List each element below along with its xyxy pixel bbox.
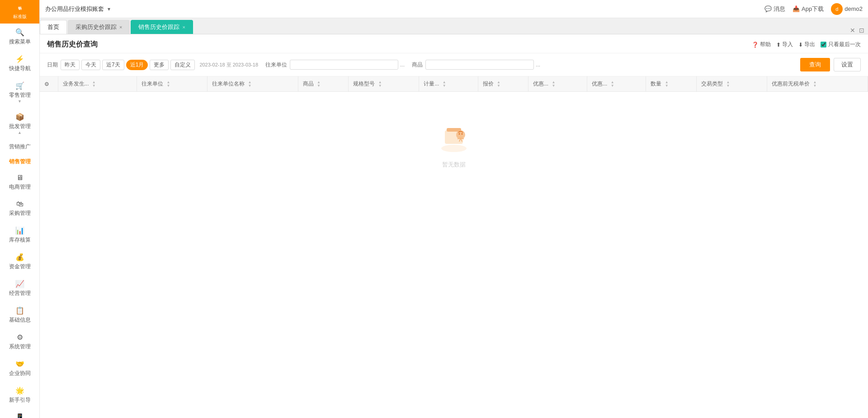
sidebar-item-wholesale[interactable]: 📦 批发管理 ▲: [0, 108, 39, 139]
svg-point-6: [459, 133, 460, 135]
partner-input[interactable]: [290, 60, 398, 70]
enterprise-icon: 🤝: [15, 360, 24, 368]
sidebar-item-ecommerce[interactable]: 🖥 电商管理: [0, 169, 39, 195]
gear-icon[interactable]: ⚙: [44, 81, 49, 87]
col-gear[interactable]: ⚙: [40, 76, 58, 92]
partner-input-ellipsis[interactable]: ...: [400, 62, 405, 68]
sidebar-item-system[interactable]: ⚙ 系统管理: [0, 328, 39, 355]
sort-icon: ▲▼: [497, 81, 500, 88]
date-btn-custom[interactable]: 自定义: [170, 60, 195, 70]
sort-icon: ▲▼: [726, 81, 730, 88]
sidebar-item-label: 库存核算: [9, 236, 31, 244]
table-wrapper: ⚙ 业务发生... ▲▼ 往来单位 ▲▼ 往来单位名称 ▲▼: [40, 76, 868, 418]
empty-text: 暂无数据: [442, 161, 466, 169]
col-biz-date[interactable]: 业务发生... ▲▼: [58, 76, 137, 92]
topbar-title: 办公用品行业模拟账套: [45, 5, 104, 13]
date-btn-more[interactable]: 更多: [150, 60, 169, 70]
goods-input-ellipsis[interactable]: ...: [536, 62, 540, 68]
tab-purchase-history-label: 采购历史价跟踪: [75, 23, 117, 31]
col-discount1[interactable]: 优惠... ▲▼: [528, 76, 587, 92]
goods-input-group: ...: [425, 60, 540, 70]
sidebar-item-search[interactable]: 🔍 搜索菜单: [0, 24, 39, 50]
sidebar-item-operations[interactable]: 📈 经营管理: [0, 275, 39, 302]
col-partner-code[interactable]: 往来单位 ▲▼: [137, 76, 208, 92]
avatar: d: [831, 3, 843, 15]
sidebar-item-shortcut[interactable]: ⚡ 快捷导航: [0, 50, 39, 77]
sidebar-item-inventory[interactable]: 📊 库存核算: [0, 222, 39, 248]
only-last-checkbox[interactable]: [821, 42, 826, 48]
goods-filter-group: 商品 ...: [412, 60, 540, 70]
export-icon: ⬇: [798, 42, 803, 48]
col-unit[interactable]: 计量... ▲▼: [419, 76, 478, 92]
sidebar-item-newbie[interactable]: 🌟 新手引导: [0, 382, 39, 408]
content-header: 销售历史价查询 ❓ 帮助 ⬆ 导入 ⬇ 导出 只看最后一次: [40, 34, 868, 53]
sidebar-item-label: 快捷导航: [9, 65, 31, 72]
date-btn-7days[interactable]: 近7天: [102, 60, 124, 70]
col-quantity[interactable]: 数量 ▲▼: [646, 76, 697, 92]
partner-input-group: ...: [290, 60, 405, 70]
sidebar-item-basic[interactable]: 📋 基础信息: [0, 302, 39, 328]
col-partner-name[interactable]: 往来单位名称 ▲▼: [208, 76, 298, 92]
help-button[interactable]: ❓ 帮助: [752, 41, 771, 48]
sidebar-item-purchase[interactable]: 🛍 采购管理: [0, 195, 39, 222]
tab-sales-history[interactable]: 销售历史价跟踪 ×: [131, 20, 193, 34]
wholesale-icon: 📦: [15, 113, 24, 121]
tab-purchase-history[interactable]: 采购历史价跟踪 ×: [68, 20, 130, 34]
sidebar-item-retail[interactable]: 🛒 零售管理 ▼: [0, 77, 39, 108]
tab-purchase-history-close-icon[interactable]: ×: [119, 24, 122, 30]
sidebar-item-sales[interactable]: 销售管理: [0, 154, 39, 169]
tab-home[interactable]: 首页: [40, 20, 67, 34]
tab-close-all-button[interactable]: ✕: [850, 27, 855, 34]
filter-bar: 日期 昨天 今天 近7天 近1月 更多 自定义 2023-02-18 至 202…: [40, 53, 868, 76]
sidebar-item-enterprise[interactable]: 🤝 企业协同: [0, 355, 39, 382]
date-btn-1month[interactable]: 近1月: [126, 60, 148, 70]
app-download-label: App下载: [802, 5, 824, 13]
col-trade-type[interactable]: 交易类型 ▲▼: [697, 76, 767, 92]
only-last-checkbox-group[interactable]: 只看最后一次: [821, 41, 861, 48]
sidebar-item-label: 经营管理: [9, 290, 31, 297]
export-label: 导出: [804, 41, 815, 48]
sidebar-item-apps[interactable]: 📱 应用中心: [0, 408, 39, 418]
sidebar-item-finance[interactable]: 💰 资金管理: [0, 248, 39, 275]
chevron-down-icon: ▼: [18, 99, 22, 104]
chevron-up-icon: ▲: [18, 130, 22, 135]
query-button[interactable]: 查询: [800, 58, 830, 71]
col-pretax-price[interactable]: 优惠前无税单价 ▲▼: [767, 76, 868, 92]
col-goods[interactable]: 商品 ▲▼: [298, 76, 349, 92]
main-area: 办公用品行业模拟账套 ▾ 💬 消息 📥 App下载 d demo2 首页 采购历…: [40, 0, 868, 418]
wholesale-submenu: 营销推广 销售管理: [0, 139, 39, 169]
date-range-display: 2023-02-18 至 2023-03-18: [199, 62, 258, 68]
sidebar-item-label: 基础信息: [9, 316, 31, 324]
date-btn-yesterday[interactable]: 昨天: [61, 60, 80, 70]
date-filter-label: 日期: [47, 61, 58, 69]
system-icon: ⚙: [17, 333, 23, 342]
col-discount2[interactable]: 优惠... ▲▼: [587, 76, 646, 92]
data-table: ⚙ 业务发生... ▲▼ 往来单位 ▲▼ 往来单位名称 ▲▼: [40, 76, 868, 92]
table-header-row: ⚙ 业务发生... ▲▼ 往来单位 ▲▼ 往来单位名称 ▲▼: [40, 76, 868, 92]
sidebar-item-label: 系统管理: [9, 343, 31, 351]
svg-text:畅: 畅: [18, 6, 22, 10]
partner-label: 往来单位: [265, 61, 287, 69]
user-profile[interactable]: d demo2: [831, 3, 863, 15]
purchase-icon: 🛍: [16, 200, 24, 208]
goods-input[interactable]: [425, 60, 534, 70]
sort-icon: ▲▼: [813, 81, 817, 88]
date-btn-today[interactable]: 今天: [81, 60, 100, 70]
export-button[interactable]: ⬇ 导出: [798, 41, 815, 48]
tab-sales-history-close-icon[interactable]: ×: [182, 24, 185, 30]
partner-filter-group: 往来单位 ...: [265, 60, 405, 70]
topbar-dropdown-icon[interactable]: ▾: [108, 6, 110, 12]
message-button[interactable]: 💬 消息: [764, 5, 785, 13]
sort-icon: ▲▼: [611, 81, 614, 88]
setting-button[interactable]: 设置: [834, 58, 861, 71]
tab-actions: ✕ ⊡: [850, 27, 868, 34]
sidebar-item-label: 资金管理: [9, 263, 31, 271]
col-quoted-price[interactable]: 报价 ▲▼: [478, 76, 528, 92]
import-button[interactable]: ⬆ 导入: [776, 41, 793, 48]
tab-maximize-button[interactable]: ⊡: [859, 27, 864, 34]
topbar-right: 💬 消息 📥 App下载 d demo2: [764, 3, 863, 15]
app-download-button[interactable]: 📥 App下载: [793, 5, 824, 13]
sort-icon: ▲▼: [552, 81, 556, 88]
col-spec[interactable]: 规格型号 ▲▼: [349, 76, 419, 92]
sidebar-item-marketing[interactable]: 营销推广: [0, 139, 39, 154]
